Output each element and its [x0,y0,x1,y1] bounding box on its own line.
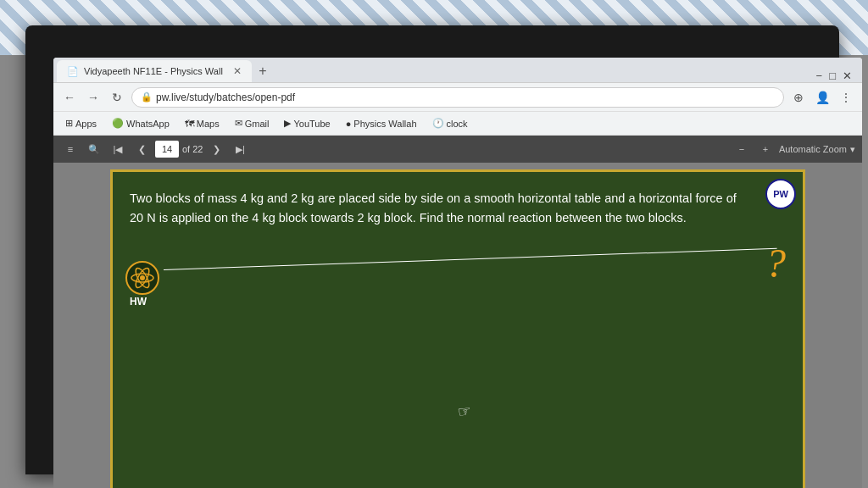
pdf-page-total: of 22 [182,144,203,154]
pdf-menu-button[interactable]: ≡ [60,139,81,159]
gmail-bookmark[interactable]: ✉ Gmail [230,116,275,130]
pdf-zoom-controls: − + Automatic Zoom ▾ [732,139,855,159]
question-mark: ? [765,240,786,286]
pdf-page-input[interactable] [155,141,179,158]
pw-logo: PW [765,179,796,209]
apps-icon: ⊞ [65,118,73,129]
laptop-frame: 📄 Vidyapeeth NF11E - Physics Wall ✕ + − … [25,25,839,474]
pdf-prev-page-button[interactable]: ❮ [131,139,152,159]
lock-icon: 🔒 [141,92,153,103]
maximize-button[interactable]: □ [829,69,836,82]
address-bar-row: ← → ↻ 🔒 pw.live/study/batches/open-pdf ⊕… [53,83,862,112]
gmail-icon: ✉ [235,118,242,129]
pdf-page: PW Two blocks of mass 4 kg and 2 kg are … [110,169,805,488]
atom-icon [130,265,155,291]
hw-circle [125,261,159,295]
clock-icon: 🕐 [432,118,444,129]
pdf-content-area: PW Two blocks of mass 4 kg and 2 kg are … [53,163,862,488]
browser-window: 📄 Vidyapeeth NF11E - Physics Wall ✕ + − … [53,58,862,488]
address-box[interactable]: 🔒 pw.live/study/batches/open-pdf [131,87,784,108]
extensions-button[interactable]: ⊕ [789,88,808,107]
profile-button[interactable]: 👤 [813,88,832,107]
maps-bookmark[interactable]: 🗺 Maps [180,117,225,130]
forward-button[interactable]: → [84,88,103,107]
tab-bar: 📄 Vidyapeeth NF11E - Physics Wall ✕ + − … [53,58,862,83]
question-text: Two blocks of mass 4 kg and 2 kg are pla… [130,189,752,228]
whatsapp-bookmark[interactable]: 🟢 WhatsApp [107,116,175,130]
tab-title: Vidyapeeth NF11E - Physics Wall [84,66,223,76]
refresh-button[interactable]: ↻ [108,88,126,107]
youtube-icon: ▶ [284,118,291,129]
minimize-button[interactable]: − [816,69,823,82]
tab-favicon: 📄 [67,66,79,77]
decorative-line [164,248,777,270]
hw-label: HW [130,296,147,308]
pdf-toolbar: ≡ 🔍 |◀ ❮ of 22 ❯ ▶| − + Automatic Zoom ▾ [53,136,862,163]
pdf-first-page-button[interactable]: |◀ [108,139,128,159]
menu-button[interactable]: ⋮ [837,88,855,107]
maps-icon: 🗺 [185,119,194,129]
window-controls: − □ ✕ [816,69,859,82]
svg-point-0 [140,275,145,280]
pdf-zoom-dropdown-icon[interactable]: ▾ [850,144,855,155]
back-button[interactable]: ← [60,88,79,107]
whatsapp-icon: 🟢 [112,118,124,129]
pdf-next-page-button[interactable]: ❯ [206,139,226,159]
pdf-last-page-button[interactable]: ▶| [230,139,250,159]
pdf-zoom-in-button[interactable]: + [755,139,776,159]
cursor: ☞ [456,402,473,422]
close-window-button[interactable]: ✕ [843,69,852,82]
hw-icon: HW [125,261,168,303]
clock-bookmark[interactable]: 🕐 clock [427,116,473,130]
apps-bookmark[interactable]: ⊞ Apps [60,116,102,130]
tab-close-button[interactable]: ✕ [233,65,242,77]
youtube-bookmark[interactable]: ▶ YouTube [279,116,335,130]
pdf-search-button[interactable]: 🔍 [84,139,104,159]
bookmarks-bar: ⊞ Apps 🟢 WhatsApp 🗺 Maps ✉ Gmail ▶ YouTu… [53,112,862,136]
physics-wallah-icon: ● [346,119,352,129]
new-tab-button[interactable]: + [252,60,274,82]
url-text: pw.live/study/batches/open-pdf [156,92,295,103]
pdf-zoom-out-button[interactable]: − [732,139,752,159]
active-tab[interactable]: 📄 Vidyapeeth NF11E - Physics Wall ✕ [57,60,252,82]
physics-wallah-bookmark[interactable]: ● Physics Wallah [341,117,422,130]
pdf-zoom-label: Automatic Zoom [779,144,847,154]
